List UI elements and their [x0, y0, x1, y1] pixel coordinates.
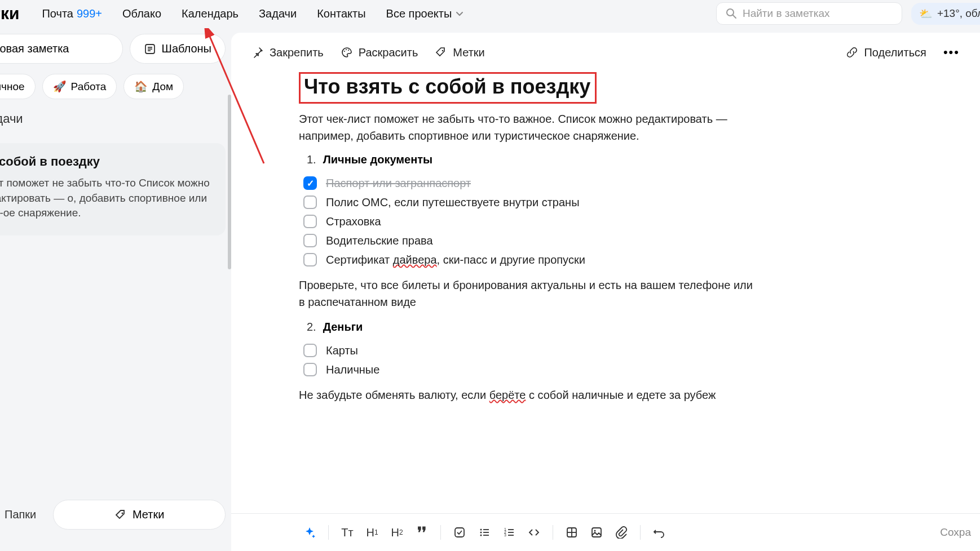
svg-line-1 — [733, 15, 736, 18]
svg-point-13 — [480, 529, 482, 531]
checklist-item[interactable]: Полис ОМС, если путешествуете внутри стр… — [303, 195, 960, 209]
checkbox[interactable] — [303, 215, 317, 228]
checkbox[interactable] — [303, 234, 317, 247]
weather-widget[interactable]: ⛅ +13°, обл — [911, 3, 980, 25]
note-list-item[interactable]: ь с собой в поездку -лист поможет не заб… — [0, 143, 226, 235]
note-paragraph[interactable]: Проверьте, что все билеты и бронирования… — [299, 277, 761, 310]
search-input[interactable] — [743, 7, 893, 20]
nav-contacts[interactable]: Контакты — [317, 7, 365, 20]
annotation-highlight-box: Что взять с собой в поездку — [299, 72, 597, 104]
svg-point-6 — [121, 512, 123, 514]
new-note-button[interactable]: Новая заметка — [0, 34, 123, 64]
tag-work[interactable]: 🚀 Работа — [42, 74, 117, 99]
sidebar-section-label: задачи — [0, 112, 226, 126]
checklist-item[interactable]: Сертификат дайвера, ски-пасс и другие пр… — [303, 253, 960, 266]
svg-point-8 — [344, 51, 345, 52]
checkbox-button[interactable] — [449, 522, 470, 543]
rocket-icon: 🚀 — [53, 80, 67, 93]
bullet-list-button[interactable] — [474, 522, 495, 543]
svg-point-9 — [346, 49, 347, 50]
pin-icon — [251, 46, 264, 59]
save-status: Сохра — [940, 526, 971, 539]
weather-icon: ⛅ — [919, 7, 933, 20]
note-editor[interactable]: Что взять с собой в поездку Этот чек-лис… — [231, 72, 980, 513]
undo-button[interactable] — [648, 522, 670, 543]
tag-home[interactable]: 🏠 Дом — [123, 74, 184, 99]
tags-button[interactable]: Метки — [435, 46, 484, 59]
svg-point-15 — [480, 532, 482, 534]
svg-point-17 — [480, 535, 482, 536]
note-intro[interactable]: Этот чек-лист поможет не забыть что-то в… — [299, 110, 761, 144]
templates-button[interactable]: Шаблоны — [130, 34, 226, 64]
checkbox[interactable] — [303, 344, 317, 357]
svg-rect-28 — [592, 528, 601, 537]
checklist-item[interactable]: Карты — [303, 344, 960, 357]
labels-button[interactable]: Метки — [53, 500, 226, 530]
attachment-button[interactable] — [611, 522, 632, 543]
templates-icon — [144, 43, 156, 55]
note-toolbar: Закрепить Раскрасить Метки Поделиться — [231, 33, 980, 72]
svg-text:3: 3 — [504, 533, 506, 537]
checklist-item[interactable]: Наличные — [303, 363, 960, 376]
quote-button[interactable]: ❜❜ — [411, 522, 432, 543]
house-icon: 🏠 — [134, 80, 148, 93]
svg-point-10 — [348, 50, 349, 51]
text-style-button[interactable]: Tт — [337, 522, 358, 543]
workspace: Новая заметка Шаблоны Личное 🚀 Работа 🏠 … — [0, 27, 980, 551]
app-title: етки — [0, 4, 19, 23]
checklist-item[interactable]: Паспорт или загранпаспорт — [303, 176, 960, 190]
numbered-list-button[interactable]: 123 — [498, 522, 520, 543]
svg-point-11 — [442, 50, 444, 52]
note-title[interactable]: Что взять с собой в поездку — [304, 75, 590, 99]
sidebar: Новая заметка Шаблоны Личное 🚀 Работа 🏠 … — [0, 27, 231, 551]
table-button[interactable] — [561, 522, 582, 543]
checkbox[interactable] — [303, 363, 317, 376]
color-button[interactable]: Раскрасить — [341, 46, 418, 59]
chevron-down-icon — [455, 9, 464, 18]
search-icon — [726, 8, 737, 19]
checklist-item[interactable]: Водительские права — [303, 234, 960, 247]
tag-icon — [435, 46, 447, 59]
code-button[interactable] — [523, 522, 545, 543]
section-heading-2[interactable]: 2. Деньги — [307, 321, 960, 334]
nav-tasks[interactable]: Задачи — [259, 7, 297, 20]
image-button[interactable] — [586, 522, 607, 543]
note-card-title: ь с собой в поездку — [0, 154, 211, 169]
ai-button[interactable] — [299, 522, 320, 543]
checkbox[interactable] — [303, 253, 317, 266]
section-heading-1[interactable]: 1. Личные документы — [307, 153, 960, 166]
checkbox[interactable] — [303, 195, 317, 209]
svg-point-29 — [594, 530, 596, 532]
search-input-wrapper[interactable] — [716, 2, 902, 25]
top-navigation: етки Почта 999+ Облако Календарь Задачи … — [0, 0, 980, 27]
tag-icon — [114, 509, 127, 521]
checkbox[interactable] — [303, 176, 317, 190]
svg-rect-12 — [455, 528, 464, 537]
note-card-preview: -лист поможет не забыть что-то Список мо… — [0, 176, 211, 221]
tag-personal[interactable]: Личное — [0, 74, 36, 99]
nav-all-projects[interactable]: Все проекты — [386, 7, 465, 20]
note-content-panel: Закрепить Раскрасить Метки Поделиться — [231, 33, 980, 551]
note-paragraph[interactable]: Не забудьте обменять валюту, если берёте… — [299, 386, 761, 403]
format-toolbar: Tт H1 H2 ❜❜ 123 — [231, 513, 980, 551]
share-icon — [846, 46, 858, 59]
svg-point-0 — [727, 9, 734, 16]
palette-icon — [341, 46, 353, 59]
nav-cloud[interactable]: Облако — [122, 7, 161, 20]
pin-button[interactable]: Закрепить — [251, 46, 324, 59]
nav-mail[interactable]: Почта 999+ — [42, 7, 102, 20]
unread-badge: 999+ — [77, 7, 102, 20]
nav-calendar[interactable]: Календарь — [182, 7, 239, 20]
more-menu-button[interactable]: ••• — [943, 45, 960, 60]
h2-button[interactable]: H2 — [386, 522, 408, 543]
checklist-item[interactable]: Страховка — [303, 215, 960, 228]
share-button[interactable]: Поделиться — [846, 46, 926, 59]
folders-button[interactable]: Папки — [0, 503, 45, 527]
nav-links: Почта 999+ Облако Календарь Задачи Конта… — [42, 7, 716, 20]
h1-button[interactable]: H1 — [361, 522, 383, 543]
